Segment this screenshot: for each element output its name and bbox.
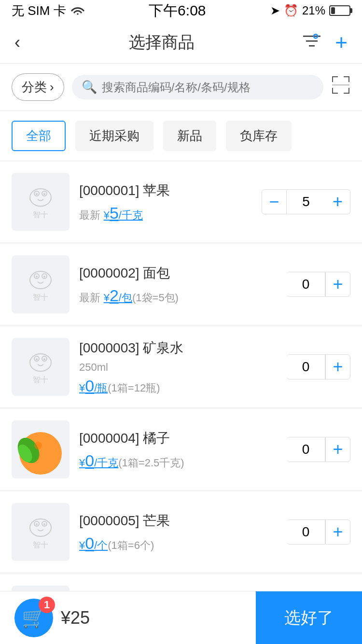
product-info-0000004: [0000004] 橘子 ¥0/千克(1箱=2.5千克) (79, 429, 277, 470)
quantity-control-0000002: + (287, 272, 350, 297)
increase-button[interactable]: + (325, 519, 350, 545)
quantity-control-0000005: + (287, 519, 350, 545)
product-name: [0000003] 矿泉水 (79, 339, 277, 357)
product-price: ¥0/个(1箱=6个) (79, 534, 277, 553)
svg-point-23 (30, 354, 51, 371)
product-price: ¥0/千克(1箱=2.5千克) (79, 451, 277, 470)
cart-total: ¥25 (61, 608, 90, 628)
list-item: 智十 [0000001] 苹果 最新 ¥5/千克 − + (0, 161, 362, 243)
search-icon: 🔍 (82, 80, 97, 95)
svg-point-13 (30, 189, 51, 206)
category-arrow: › (50, 80, 54, 95)
nav-bar: ‹ 选择商品 + (0, 21, 362, 64)
product-info-0000003: [0000003] 矿泉水 250ml ¥0/瓶(1箱=12瓶) (79, 339, 277, 395)
quantity-control-0000004: + (287, 437, 350, 462)
product-name: [0000004] 橘子 (79, 429, 277, 448)
svg-point-17 (43, 193, 45, 195)
increase-button[interactable]: + (325, 272, 350, 297)
quantity-input[interactable] (287, 354, 325, 379)
svg-point-37 (43, 523, 45, 525)
decrease-button[interactable]: − (262, 189, 287, 214)
quantity-control-0000003: + (287, 354, 350, 379)
product-price: ¥0/瓶(1箱=12瓶) (79, 377, 277, 395)
confirm-button[interactable]: 选好了 (256, 591, 362, 644)
alarm-icon: ⏰ (284, 4, 298, 17)
filter-icon[interactable] (303, 32, 320, 53)
product-price: 最新 ¥5/千克 (79, 204, 252, 223)
cart-section: 🛒 1 ¥25 (0, 599, 256, 637)
battery-icon (329, 5, 350, 16)
tab-recent[interactable]: 近期采购 (75, 121, 153, 151)
svg-point-33 (30, 519, 51, 536)
cart-icon-button[interactable]: 🛒 1 (14, 599, 53, 637)
svg-point-22 (43, 276, 45, 278)
add-button[interactable]: + (335, 32, 348, 53)
list-item: 智十 [0000002] 面包 最新 ¥2/包(1袋=5包) + (0, 244, 362, 325)
status-time: 下午6:08 (149, 1, 206, 21)
quantity-input[interactable] (287, 519, 325, 545)
product-info-0000002: [0000002] 面包 最新 ¥2/包(1袋=5包) (79, 264, 277, 305)
product-image-0000004 (12, 420, 70, 478)
status-right: ➤ ⏰ 21% (270, 4, 350, 17)
product-info-0000005: [0000005] 芒果 ¥0/个(1箱=6个) (79, 512, 277, 553)
location-icon: ➤ (270, 4, 280, 17)
svg-point-32 (34, 442, 42, 449)
svg-point-18 (30, 271, 51, 289)
tab-negative[interactable]: 负库存 (226, 121, 292, 151)
product-image-0000001: 智十 (12, 173, 70, 231)
search-box: 🔍 (72, 75, 323, 99)
product-image-0000003: 智十 (12, 338, 70, 396)
list-item: [0000004] 橘子 ¥0/千克(1箱=2.5千克) + (0, 409, 362, 490)
tab-new[interactable]: 新品 (163, 121, 216, 151)
svg-rect-7 (348, 76, 349, 82)
quantity-input[interactable] (287, 437, 325, 462)
status-bar: 无 SIM 卡 下午6:08 ➤ ⏰ 21% (0, 0, 362, 21)
cart-badge: 1 (39, 597, 55, 613)
category-button[interactable]: 分类 › (12, 73, 64, 101)
product-list: 智十 [0000001] 苹果 最新 ¥5/千克 − + (0, 161, 362, 644)
wifi-icon (71, 3, 84, 18)
svg-point-21 (36, 276, 38, 278)
carrier-text: 无 SIM 卡 (12, 2, 66, 19)
product-name: [0000002] 面包 (79, 264, 277, 282)
search-input[interactable] (102, 81, 314, 94)
svg-point-26 (36, 358, 38, 360)
increase-button[interactable]: + (325, 189, 350, 214)
svg-rect-12 (332, 84, 349, 85)
product-name: [0000005] 芒果 (79, 512, 277, 530)
product-price: 最新 ¥2/包(1袋=5包) (79, 286, 277, 305)
page-title: 选择商品 (129, 31, 195, 54)
svg-rect-11 (348, 88, 349, 94)
status-left: 无 SIM 卡 (12, 2, 84, 19)
product-info-0000001: [0000001] 苹果 最新 ¥5/千克 (79, 182, 252, 223)
category-label: 分类 (22, 79, 47, 96)
quantity-input[interactable] (287, 189, 325, 214)
svg-rect-9 (332, 88, 333, 94)
svg-point-16 (36, 193, 38, 195)
quantity-input[interactable] (287, 272, 325, 297)
increase-button[interactable]: + (325, 437, 350, 462)
list-item: 智十 [0000005] 芒果 ¥0/个(1箱=6个) + (0, 491, 362, 573)
nav-actions: + (303, 32, 348, 53)
increase-button[interactable]: + (325, 354, 350, 379)
tab-all[interactable]: 全部 (12, 121, 66, 151)
svg-point-36 (36, 523, 38, 525)
quantity-control-0000001: − + (262, 189, 350, 214)
battery-percent: 21% (302, 4, 325, 17)
product-name: [0000001] 苹果 (79, 182, 252, 200)
tab-bar: 全部 近期采购 新品 负库存 (0, 111, 362, 161)
back-button[interactable]: ‹ (14, 32, 20, 53)
filter-bar: 分类 › 🔍 (0, 64, 362, 111)
list-item: 智十 [0000003] 矿泉水 250ml ¥0/瓶(1箱=12瓶) + (0, 326, 362, 408)
scan-icon[interactable] (331, 75, 350, 99)
svg-rect-5 (332, 76, 333, 82)
product-spec: 250ml (79, 361, 277, 374)
bottom-bar: 🛒 1 ¥25 选好了 (0, 591, 362, 644)
svg-point-27 (43, 358, 45, 360)
product-image-0000005: 智十 (12, 503, 70, 561)
product-image-0000002: 智十 (12, 255, 70, 313)
